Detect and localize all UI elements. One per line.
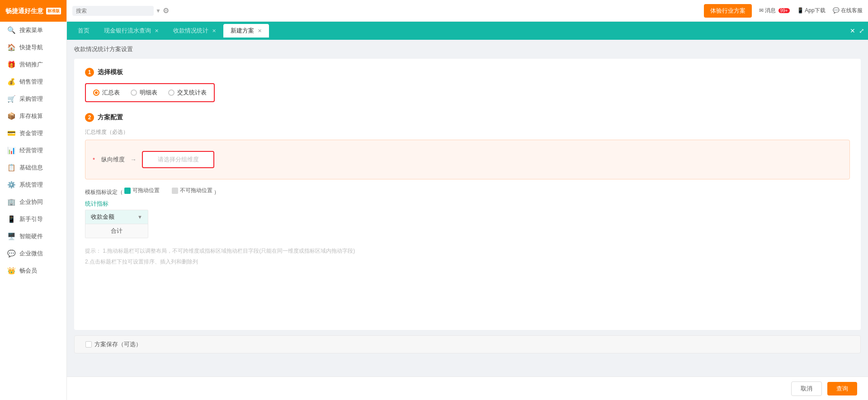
tab-bank-flow[interactable]: 现金银行流水查询 ✕: [97, 24, 166, 38]
settings-icon[interactable]: ⚙: [163, 6, 169, 15]
query-button[interactable]: 查询: [827, 382, 857, 395]
sidebar-item-wechat[interactable]: 💬 企业微信: [0, 245, 66, 262]
step1-num: 1: [85, 68, 94, 77]
download-area[interactable]: 📱 App下载: [797, 7, 826, 14]
sidebar-item-sales[interactable]: 💰 销售管理: [0, 73, 66, 90]
close-all-icon[interactable]: ✕: [850, 27, 855, 34]
save-option-label[interactable]: 方案保存（可选）: [85, 340, 142, 348]
logo-badge: 标准版: [46, 8, 61, 14]
sidebar-item-purchase[interactable]: 🛒 采购管理: [0, 90, 66, 108]
expand-icon[interactable]: ⤢: [859, 27, 864, 34]
radio-summary-label: 汇总表: [102, 89, 120, 97]
tab-close-bank-flow[interactable]: ✕: [155, 28, 159, 34]
draggable-indicator: 可拖动位置: [124, 187, 160, 194]
radio-cross[interactable]: 交叉统计表: [168, 89, 207, 97]
radio-detail-circle: [131, 89, 137, 96]
step2-title: 方案配置: [98, 113, 123, 122]
sidebar-item-label: 畅会员: [19, 267, 37, 275]
sidebar-item-label: 快捷导航: [19, 43, 43, 52]
step2-section: 2 方案配置 汇总维度（必选） * 纵向维度 → 请选择分组维度: [85, 113, 850, 267]
step2-header: 2 方案配置: [85, 113, 850, 122]
service-icon: 💬: [833, 7, 840, 14]
main-area: ▼ ⚙ 体验行业方案 ✉ 消息 99+ 📱 App下载 💬 在线客服 首页: [67, 0, 868, 400]
save-checkbox[interactable]: [85, 341, 92, 348]
non-draggable-indicator: 不可拖动位置: [172, 187, 212, 194]
sidebar: 畅捷通好生意 标准版 🔍 搜索菜单 🏠 快捷导航 🎁 营销推广 💰 销售管理 🛒…: [0, 0, 67, 400]
step2-num: 2: [85, 113, 94, 122]
tab-close-new-plan[interactable]: ✕: [258, 28, 262, 34]
cancel-button[interactable]: 取消: [791, 381, 822, 396]
building-icon: 🏢: [7, 198, 16, 206]
dimension-area: * 纵向维度 → 请选择分组维度: [85, 140, 850, 179]
arrow-right-icon: →: [130, 156, 137, 163]
sidebar-item-search-menu[interactable]: 🔍 搜索菜单: [0, 22, 66, 39]
sidebar-item-label: 资金管理: [19, 129, 43, 137]
sidebar-item-guide[interactable]: 📱 新手引导: [0, 211, 66, 228]
sidebar-item-member[interactable]: 👑 畅会员: [0, 262, 66, 279]
sidebar-item-label: 智能硬件: [19, 232, 43, 240]
tab-new-plan[interactable]: 新建方案 ✕: [223, 24, 269, 38]
gear-icon: ⚙️: [7, 181, 16, 189]
sidebar-item-label: 营销推广: [19, 61, 43, 69]
sidebar-item-label: 经营管理: [19, 146, 43, 155]
phone-icon: 📱: [7, 215, 16, 223]
monitor-icon: 🖥️: [7, 232, 16, 240]
sidebar-item-basic-info[interactable]: 📋 基础信息: [0, 159, 66, 176]
dimension-row: * 纵向维度 → 请选择分组维度: [93, 151, 842, 168]
sidebar-item-capital[interactable]: 💳 资金管理: [0, 125, 66, 142]
notification-area[interactable]: ✉ 消息 99+: [759, 7, 790, 14]
save-label-text: 方案保存（可选）: [94, 340, 142, 348]
top-header: ▼ ⚙ 体验行业方案 ✉ 消息 99+ 📱 App下载 💬 在线客服: [67, 0, 868, 22]
tip-1: 提示： 1.拖动标题栏可以调整布局，不可跨维度或指标区域拖动栏目字段(只能在同一…: [85, 245, 850, 256]
tab-label: 收款情况统计: [173, 27, 208, 35]
sidebar-item-operations[interactable]: 📊 经营管理: [0, 142, 66, 159]
dropdown-arrow-icon[interactable]: ▼: [137, 214, 142, 220]
radio-detail[interactable]: 明细表: [131, 89, 157, 97]
sidebar-item-quick-nav[interactable]: 🏠 快捷导航: [0, 39, 66, 56]
sidebar-item-marketing[interactable]: 🎁 营销推广: [0, 56, 66, 73]
service-area[interactable]: 💬 在线客服: [833, 7, 863, 14]
tip-2: 2.点击标题栏下拉可设置排序、插入列和删除列: [85, 256, 850, 267]
sidebar-item-inventory[interactable]: 📦 库存核算: [0, 108, 66, 125]
vertical-dim-label: 纵向维度: [101, 155, 125, 164]
sidebar-item-hardware[interactable]: 🖥️ 智能硬件: [0, 228, 66, 245]
sidebar-item-label: 搜索菜单: [19, 26, 43, 34]
dim-select-box[interactable]: 请选择分组维度: [142, 151, 214, 168]
message-icon: ✉: [759, 7, 764, 14]
header-actions: 体验行业方案 ✉ 消息 99+ 📱 App下载 💬 在线客服: [704, 4, 863, 18]
sidebar-item-system[interactable]: ⚙️ 系统管理: [0, 176, 66, 193]
sidebar-logo: 畅捷通好生意 标准版: [0, 0, 66, 22]
notification-badge: 99+: [778, 8, 790, 13]
sidebar-item-label: 库存核算: [19, 112, 43, 120]
notification-label: 消息: [765, 7, 776, 14]
chart-icon: 📊: [7, 146, 16, 155]
tab-home[interactable]: 首页: [71, 24, 97, 38]
summary-dim-label: 汇总维度（必选）: [85, 128, 850, 136]
industry-btn[interactable]: 体验行业方案: [704, 4, 752, 18]
step1-section: 1 选择模板 汇总表 明细表 交叉统计表: [85, 68, 850, 102]
sidebar-item-label: 企业微信: [19, 249, 43, 258]
crown-icon: 👑: [7, 267, 16, 275]
box-icon: 📦: [7, 112, 16, 120]
metric-table-header[interactable]: 收款金额 ▼: [85, 210, 148, 224]
required-star: *: [93, 156, 95, 163]
radio-summary-circle: [93, 89, 99, 96]
sidebar-item-label: 企业协同: [19, 198, 43, 206]
logo-text: 畅捷通好生意: [5, 7, 43, 15]
card-icon: 💳: [7, 129, 16, 137]
col-header-label: 收款金额: [91, 213, 114, 221]
metric-table-cell: 合计: [85, 224, 148, 238]
sidebar-item-label: 新手引导: [19, 215, 43, 223]
footer-bar: 方案保存（可选）: [74, 335, 861, 353]
action-bar: 取消 查询: [67, 376, 868, 400]
template-options: 汇总表 明细表 交叉统计表: [85, 83, 215, 102]
chat-icon: 💬: [7, 249, 16, 258]
clipboard-icon: 📋: [7, 164, 16, 172]
tab-receipt-stat[interactable]: 收款情况统计 ✕: [166, 24, 223, 38]
search-input[interactable]: [72, 6, 154, 16]
radio-summary[interactable]: 汇总表: [93, 89, 120, 97]
breadcrumb-area: ▼ ⚙: [72, 6, 698, 16]
sidebar-item-label: 销售管理: [19, 78, 43, 86]
tab-close-receipt-stat[interactable]: ✕: [212, 28, 216, 34]
sidebar-item-enterprise[interactable]: 🏢 企业协同: [0, 193, 66, 211]
